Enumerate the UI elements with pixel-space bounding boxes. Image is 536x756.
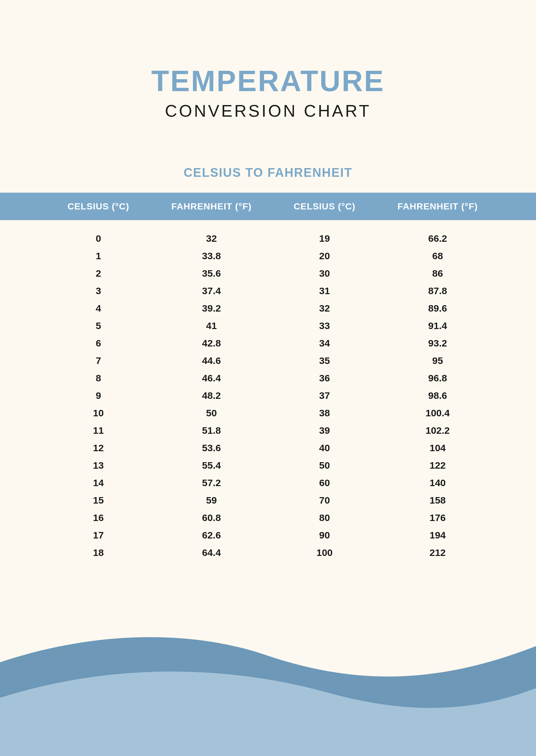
table-cell: 31 bbox=[268, 282, 381, 300]
table-cell: 0 bbox=[42, 230, 155, 247]
table-cell: 32 bbox=[268, 300, 381, 317]
table-cell: 90 bbox=[268, 527, 381, 544]
table-cell: 122 bbox=[381, 457, 494, 474]
table-cell: 57.2 bbox=[155, 474, 268, 492]
table-cell: 40 bbox=[268, 439, 381, 457]
table-cell: 30 bbox=[268, 265, 381, 282]
header-celsius-left: CELSIUS (°C) bbox=[42, 201, 155, 212]
table-cell: 140 bbox=[381, 474, 494, 492]
table-cell: 50 bbox=[155, 404, 268, 422]
table-cell: 158 bbox=[381, 492, 494, 509]
table-cell: 68 bbox=[381, 247, 494, 265]
table-cell: 60 bbox=[268, 474, 381, 492]
table-cell: 7 bbox=[42, 352, 155, 369]
table-cell: 37 bbox=[268, 387, 381, 404]
table-cell: 18 bbox=[42, 544, 155, 562]
table-cell: 91.4 bbox=[381, 317, 494, 334]
table-cell: 37.4 bbox=[155, 282, 268, 300]
table-cell: 51.8 bbox=[155, 422, 268, 439]
table-cell: 33.8 bbox=[155, 247, 268, 265]
table-cell: 42.8 bbox=[155, 334, 268, 352]
table-cell: 96.8 bbox=[381, 369, 494, 387]
table-cell: 102.2 bbox=[381, 422, 494, 439]
table-cell: 1 bbox=[42, 247, 155, 265]
table-cell: 38 bbox=[268, 404, 381, 422]
section-title: CELSIUS TO FAHRENHEIT bbox=[0, 166, 536, 180]
table-cell: 60.8 bbox=[155, 509, 268, 527]
table-cell: 36 bbox=[268, 369, 381, 387]
table-cell: 53.6 bbox=[155, 439, 268, 457]
table-cell: 6 bbox=[42, 334, 155, 352]
table-cell: 16 bbox=[42, 509, 155, 527]
table-cell: 32 bbox=[155, 230, 268, 247]
table-cell: 46.4 bbox=[155, 369, 268, 387]
table-cell: 35.6 bbox=[155, 265, 268, 282]
table-cell: 62.6 bbox=[155, 527, 268, 544]
table-cell: 66.2 bbox=[381, 230, 494, 247]
table-cell: 55.4 bbox=[155, 457, 268, 474]
table-cell: 15 bbox=[42, 492, 155, 509]
header-fahrenheit-left: FAHRENHEIT (°F) bbox=[155, 201, 268, 212]
table-cell: 212 bbox=[381, 544, 494, 562]
table-cell: 100.4 bbox=[381, 404, 494, 422]
table-cell: 50 bbox=[268, 457, 381, 474]
table-cell: 35 bbox=[268, 352, 381, 369]
table-cell: 104 bbox=[381, 439, 494, 457]
table-cell: 87.8 bbox=[381, 282, 494, 300]
table-cell: 48.2 bbox=[155, 387, 268, 404]
table-cell: 70 bbox=[268, 492, 381, 509]
table-cell: 39.2 bbox=[155, 300, 268, 317]
table-cell: 41 bbox=[155, 317, 268, 334]
table-cell: 10 bbox=[42, 404, 155, 422]
header-fahrenheit-right: FAHRENHEIT (°F) bbox=[381, 201, 494, 212]
table-cell: 20 bbox=[268, 247, 381, 265]
table-cell: 98.6 bbox=[381, 387, 494, 404]
table-cell: 86 bbox=[381, 265, 494, 282]
footer-wave-decoration bbox=[0, 617, 536, 756]
table-cell: 95 bbox=[381, 352, 494, 369]
header-celsius-right: CELSIUS (°C) bbox=[268, 201, 381, 212]
table-cell: 100 bbox=[268, 544, 381, 562]
table-cell: 39 bbox=[268, 422, 381, 439]
table-cell: 9 bbox=[42, 387, 155, 404]
table-cell: 17 bbox=[42, 527, 155, 544]
table-cell: 59 bbox=[155, 492, 268, 509]
main-title: TEMPERATURE bbox=[0, 65, 536, 98]
table-cell: 13 bbox=[42, 457, 155, 474]
right-column-pair: 192030313233343536373839405060708090100 … bbox=[268, 230, 494, 562]
table-body: 0123456789101112131415161718 3233.835.63… bbox=[42, 220, 494, 562]
table-cell: 5 bbox=[42, 317, 155, 334]
table-cell: 3 bbox=[42, 282, 155, 300]
table-cell: 176 bbox=[381, 509, 494, 527]
left-column-pair: 0123456789101112131415161718 3233.835.63… bbox=[42, 230, 268, 562]
table-cell: 11 bbox=[42, 422, 155, 439]
table-cell: 19 bbox=[268, 230, 381, 247]
table-cell: 4 bbox=[42, 300, 155, 317]
table-cell: 93.2 bbox=[381, 334, 494, 352]
table-cell: 64.4 bbox=[155, 544, 268, 562]
table-cell: 80 bbox=[268, 509, 381, 527]
document-content: TEMPERATURE CONVERSION CHART CELSIUS TO … bbox=[0, 0, 536, 562]
table-cell: 33 bbox=[268, 317, 381, 334]
wave-light-icon bbox=[0, 617, 536, 756]
table-cell: 89.6 bbox=[381, 300, 494, 317]
table-cell: 194 bbox=[381, 527, 494, 544]
subtitle: CONVERSION CHART bbox=[0, 101, 536, 120]
table-header-row: CELSIUS (°C) FAHRENHEIT (°F) CELSIUS (°C… bbox=[0, 193, 536, 220]
table-cell: 12 bbox=[42, 439, 155, 457]
table-cell: 44.6 bbox=[155, 352, 268, 369]
table-cell: 14 bbox=[42, 474, 155, 492]
table-cell: 8 bbox=[42, 369, 155, 387]
table-cell: 34 bbox=[268, 334, 381, 352]
table-cell: 2 bbox=[42, 265, 155, 282]
